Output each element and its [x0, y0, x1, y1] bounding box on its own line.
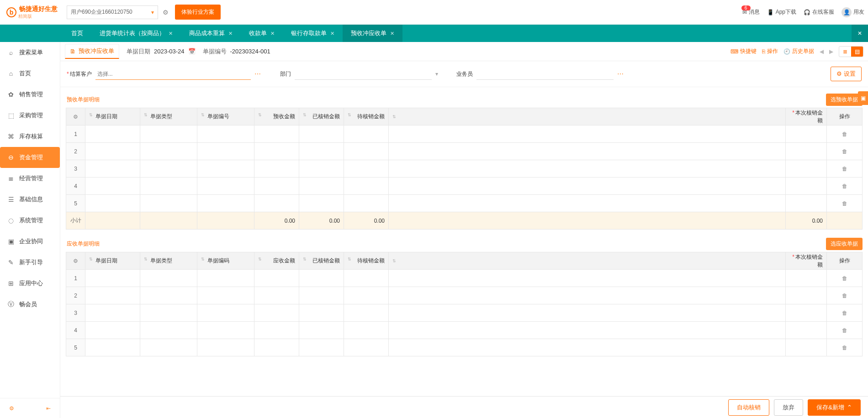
col-blank[interactable]: ⇅	[389, 252, 786, 270]
table-row[interactable]: 2🗑	[66, 143, 863, 160]
detail-view-icon[interactable]: ▤	[851, 47, 863, 57]
sidebar-item-采购管理[interactable]: ⬚采购管理	[0, 105, 60, 126]
sidebar-item-应用中心[interactable]: ⊞应用中心	[0, 273, 60, 294]
app-download-link[interactable]: 📱 App下载	[767, 8, 796, 16]
table-row[interactable]: 4🗑	[66, 322, 863, 339]
table-row[interactable]: 4🗑	[66, 178, 863, 195]
sidebar-item-经营管理[interactable]: ≣经营管理	[0, 168, 60, 189]
more-icon[interactable]: ⋯	[254, 70, 262, 78]
gear-icon[interactable]: ⚙	[66, 108, 85, 125]
tab-收款单[interactable]: 收款单✕	[241, 25, 283, 42]
sidebar-item-企业协同[interactable]: ▣企业协同	[0, 231, 60, 252]
close-icon[interactable]: ✕	[228, 31, 233, 37]
table-row[interactable]: 1🗑	[66, 270, 863, 287]
delete-icon: 🗑	[842, 293, 847, 299]
list-view-icon[interactable]: ≣	[839, 47, 851, 57]
pick-receivable-button[interactable]: 选应收单据	[826, 238, 863, 250]
doc-date-value[interactable]: 2023-03-24	[154, 48, 185, 55]
col-written[interactable]: ⇅已核销金额	[299, 108, 344, 125]
close-icon[interactable]: ✕	[169, 31, 173, 37]
chevron-down-icon[interactable]: ▾	[435, 71, 438, 77]
chevron-up-icon: ⌃	[847, 404, 852, 411]
calendar-icon[interactable]: 📅	[188, 48, 196, 55]
sidebar-item-系统管理[interactable]: ◌系统管理	[0, 210, 60, 231]
tab-进货单统计表（按商品）[interactable]: 进货单统计表（按商品）✕	[91, 25, 181, 42]
salesperson-input[interactable]	[476, 68, 614, 80]
discard-button[interactable]: 放弃	[774, 399, 803, 416]
col-this-writeoff[interactable]: 本次核销金额	[786, 108, 827, 125]
col-written[interactable]: ⇅已核销金额	[299, 252, 344, 270]
prev-doc-icon[interactable]: ◀	[820, 48, 824, 55]
table-row[interactable]: 3🗑	[66, 160, 863, 178]
col-type[interactable]: ⇅单据类型	[140, 252, 197, 270]
col-pending[interactable]: ⇅待核销金额	[344, 108, 389, 125]
table-row[interactable]: 3🗑	[66, 304, 863, 322]
nav-icon: ≣	[7, 175, 15, 182]
doc-no-label: 单据编号	[203, 47, 227, 56]
user-menu[interactable]: 👤 用友	[842, 7, 864, 17]
nav-icon: ◌	[7, 217, 15, 224]
col-op: 操作	[827, 252, 863, 270]
col-recv[interactable]: ⇅应收金额	[254, 252, 299, 270]
tab-预收冲应收单[interactable]: 预收冲应收单✕	[343, 25, 402, 42]
sidebar-item-搜索菜单[interactable]: ⌕搜索菜单	[0, 42, 60, 63]
org-select[interactable]: 用户690企业1660120750 ▾	[67, 5, 158, 19]
close-icon[interactable]: ✕	[270, 31, 275, 37]
org-settings-icon[interactable]: ⚙	[163, 9, 169, 16]
col-op: 操作	[827, 108, 863, 125]
customer-input[interactable]	[95, 68, 251, 80]
sidebar-item-销售管理[interactable]: ✿销售管理	[0, 84, 60, 105]
sidebar-item-首页[interactable]: ⌂首页	[0, 63, 60, 84]
col-this-writeoff[interactable]: 本次核销金额	[786, 252, 827, 270]
more-icon[interactable]: ⋯	[617, 70, 625, 78]
col-no[interactable]: ⇅单据编码	[197, 252, 254, 270]
tab-商品成本重算[interactable]: 商品成本重算✕	[181, 25, 241, 42]
operate-link[interactable]: ⎘ 操作	[762, 47, 778, 55]
sidebar-item-新手引导[interactable]: ✎新手引导	[0, 252, 60, 273]
col-date[interactable]: ⇅单据日期	[85, 108, 140, 125]
col-no[interactable]: ⇅单据编号	[197, 108, 254, 125]
customer-field[interactable]: *结算客户 ⋯	[67, 68, 262, 80]
right-dock-icon[interactable]: ▣	[858, 91, 868, 105]
tab-银行存取款单[interactable]: 银行存取款单✕	[283, 25, 343, 42]
table-row[interactable]: 5🗑	[66, 195, 863, 212]
nav-icon: ⌘	[7, 133, 15, 140]
sidebar-item-基础信息[interactable]: ☰基础信息	[0, 189, 60, 210]
shortcut-link[interactable]: ⌨ 快捷键	[730, 47, 757, 55]
gear-icon[interactable]: ⚙	[66, 252, 85, 270]
collapse-icon[interactable]: ⇤	[46, 405, 51, 412]
sidebar-item-畅会员[interactable]: Ⓥ畅会员	[0, 294, 60, 315]
auto-writeoff-button[interactable]: 自动核销	[728, 399, 769, 416]
tab-首页[interactable]: 首页	[63, 25, 91, 42]
nav-icon: ⌂	[7, 70, 15, 77]
history-link[interactable]: 🕘 历史单据	[783, 47, 814, 55]
col-prepay[interactable]: ⇅预收金额	[254, 108, 299, 125]
messages-link[interactable]: ✉ 消息	[742, 8, 760, 16]
document-tab[interactable]: 🗎 预收冲应收单	[65, 44, 119, 59]
col-type[interactable]: ⇅单据类型	[140, 108, 197, 125]
settings-button[interactable]: ⚙ 设置	[831, 67, 862, 81]
col-date[interactable]: ⇅单据日期	[85, 252, 140, 270]
next-doc-icon[interactable]: ▶	[829, 48, 833, 55]
pick-prepay-button[interactable]: 选预收单据	[826, 94, 863, 106]
save-and-new-button[interactable]: 保存&新增⌃	[808, 399, 861, 416]
col-pending[interactable]: ⇅待核销金额	[344, 252, 389, 270]
table-row[interactable]: 2🗑	[66, 287, 863, 304]
dept-input[interactable]	[295, 68, 432, 80]
close-icon[interactable]: ✕	[390, 31, 394, 37]
salesperson-field[interactable]: 业务员 ⋯	[456, 68, 625, 80]
dept-field[interactable]: 部门 ▾	[280, 68, 438, 80]
sidebar-item-资金管理[interactable]: ⊖资金管理	[0, 147, 60, 168]
sidebar-item-库存核算[interactable]: ⌘库存核算	[0, 126, 60, 147]
table-row[interactable]: 5🗑	[66, 339, 863, 356]
table-row[interactable]: 1🗑	[66, 125, 863, 143]
close-all-tabs[interactable]: ✕	[852, 25, 868, 42]
trial-button[interactable]: 体验行业方案	[175, 5, 221, 20]
nav-icon: Ⓥ	[7, 300, 15, 308]
customer-service-link[interactable]: 🎧 在线客服	[804, 8, 834, 16]
settings-icon[interactable]: ⚙	[9, 405, 14, 412]
messages-label: 消息	[749, 8, 760, 16]
col-blank[interactable]: ⇅	[389, 108, 786, 125]
view-mode-toggle[interactable]: ≣ ▤	[839, 46, 863, 57]
close-icon[interactable]: ✕	[330, 31, 334, 37]
